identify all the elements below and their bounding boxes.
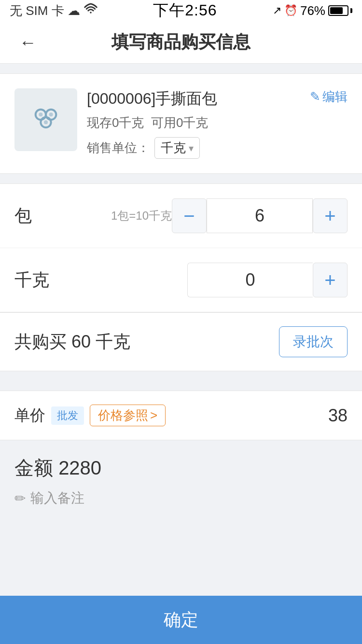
qty-section: 包 1包=10千克 − + 千克 +	[0, 183, 362, 312]
status-right: ↗ ⏰ 76%	[273, 3, 352, 18]
note-placeholder: 输入备注	[30, 489, 84, 507]
pencil-icon: ✏	[14, 490, 26, 506]
qty-bao-sublabel: 1包=10千克	[111, 208, 172, 224]
qty-bao-plus-button[interactable]: +	[313, 198, 348, 233]
total-amount: 60	[71, 332, 91, 351]
amount-section: 金额 2280 ✏ 输入备注	[0, 440, 362, 557]
svg-point-4	[39, 112, 42, 116]
qty-kg-row: 千克 +	[0, 248, 362, 312]
battery-pct: 76%	[300, 3, 325, 18]
price-badge: 批发	[51, 406, 84, 425]
price-value: 38	[328, 406, 348, 426]
nav-bar: ← 填写商品购买信息	[0, 21, 362, 64]
svg-point-0	[90, 12, 92, 14]
battery-icon	[328, 5, 352, 16]
amount-label: 金额	[14, 457, 53, 478]
qty-bao-row: 包 1包=10千克 − +	[0, 184, 362, 248]
alarm-icon: ⏰	[284, 4, 297, 17]
price-section: 单价 批发 价格参照 > 38	[0, 391, 362, 440]
edit-icon: ✎	[310, 89, 320, 104]
status-left: 无 SIM 卡 ☁	[10, 2, 97, 19]
qty-kg-input[interactable]	[187, 263, 313, 297]
product-card: [0000006]手撕面包 ✎ 编辑 现存0千克 可用0千克 销售单位： 千克 …	[0, 73, 362, 174]
amount-row: 金额 2280	[14, 455, 348, 481]
product-name-row: [0000006]手撕面包 ✎ 编辑	[87, 88, 348, 110]
price-ref-button[interactable]: 价格参照 >	[90, 405, 166, 426]
svg-point-6	[44, 120, 48, 124]
amount-value: 2280	[58, 457, 101, 478]
edit-label: 编辑	[322, 88, 348, 105]
chevron-right-icon: >	[150, 408, 157, 423]
price-ref-label: 价格参照	[98, 407, 148, 424]
product-name: [0000006]手撕面包	[87, 88, 217, 110]
page-title: 填写商品购买信息	[111, 30, 251, 54]
svg-point-5	[49, 112, 53, 116]
qty-bao-controls: − +	[172, 198, 348, 233]
batch-button[interactable]: 录批次	[279, 326, 348, 357]
product-info: [0000006]手撕面包 ✎ 编辑 现存0千克 可用0千克 销售单位： 千克 …	[87, 88, 348, 159]
qty-kg-controls: +	[187, 263, 348, 297]
location-icon: ↗	[273, 4, 281, 17]
qty-bao-input[interactable]	[207, 198, 313, 233]
qty-kg-label: 千克	[14, 268, 187, 292]
qty-kg-plus-button[interactable]: +	[313, 263, 348, 297]
status-time: 下午2:56	[153, 0, 217, 21]
divider-2	[0, 371, 362, 381]
back-button[interactable]: ←	[14, 28, 42, 57]
divider-1	[0, 174, 362, 183]
chevron-down-icon: ▾	[189, 142, 194, 154]
edit-button[interactable]: ✎ 编辑	[310, 88, 348, 105]
note-row[interactable]: ✏ 输入备注	[14, 489, 348, 507]
price-label: 单价	[14, 405, 45, 426]
no-sim-label: 无 SIM 卡 ☁	[10, 2, 80, 19]
product-image	[14, 88, 77, 151]
spacer	[0, 557, 362, 596]
qty-bao-label: 包	[14, 204, 106, 228]
wifi-icon	[84, 2, 97, 19]
unit-label: 销售单位：	[87, 140, 150, 156]
confirm-button[interactable]: 确定	[0, 596, 362, 644]
total-text: 共购买 60 千克	[14, 330, 279, 354]
unit-value: 千克	[161, 140, 186, 156]
qty-bao-minus-button[interactable]: −	[172, 198, 207, 233]
product-unit-row: 销售单位： 千克 ▾	[87, 137, 348, 159]
total-section: 共购买 60 千克 录批次	[0, 312, 362, 371]
product-stock: 现存0千克 可用0千克	[87, 114, 348, 131]
unit-dropdown[interactable]: 千克 ▾	[154, 137, 200, 159]
status-bar: 无 SIM 卡 ☁ 下午2:56 ↗ ⏰ 76%	[0, 0, 362, 21]
